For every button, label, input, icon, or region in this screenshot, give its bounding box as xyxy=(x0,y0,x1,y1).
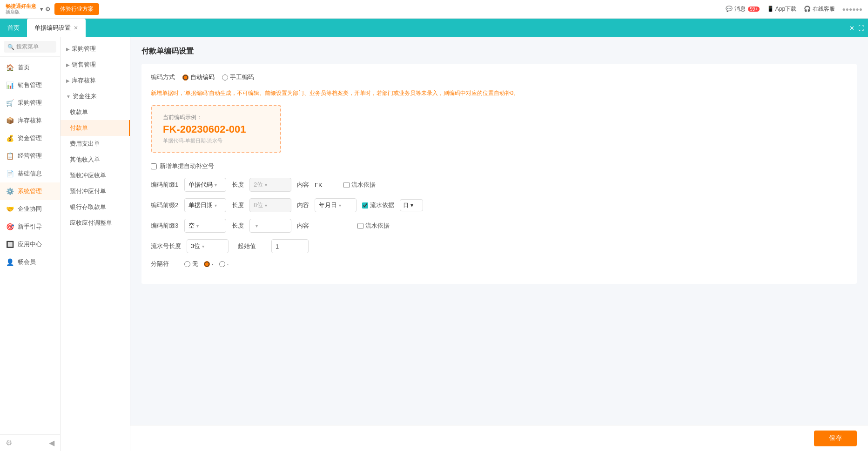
sub-nav-item-bank[interactable]: 银行存取款单 xyxy=(61,199,130,215)
nav-item-basic[interactable]: 📄 基础信息 xyxy=(0,165,60,182)
sub-nav-group-sales-title[interactable]: ▶ 销售管理 xyxy=(61,57,130,73)
prefix-select-3[interactable]: 空 ▾ xyxy=(184,219,226,233)
tab-minimize-icon[interactable]: ✕ xyxy=(849,25,855,32)
length-label-1: 长度 xyxy=(232,181,244,189)
chevron-right-icon: ▶ xyxy=(66,47,70,52)
save-button[interactable]: 保存 xyxy=(814,431,857,446)
separator-none-radio[interactable] xyxy=(184,261,190,267)
nav-item-member[interactable]: 👤 畅会员 xyxy=(0,253,60,271)
nav-item-enterprise[interactable]: 🤝 企业协同 xyxy=(0,200,60,218)
sub-nav-item-receipt[interactable]: 收款单 xyxy=(61,104,130,120)
sub-nav-group-finance-title[interactable]: ▼ 资金往来 xyxy=(61,88,130,104)
main-layout: 🔍 搜索菜单 🏠 首页 📊 销售管理 🛒 采购管理 📦 库存核算 💰 xyxy=(0,37,868,451)
sub-nav-group-purchase-title[interactable]: ▶ 采购管理 xyxy=(61,41,130,57)
home-icon: 🏠 xyxy=(6,64,14,71)
content-select-2[interactable]: 年月日 ▾ xyxy=(315,198,357,212)
online-service[interactable]: 🎧 在线客服 xyxy=(804,5,834,13)
industry-btn[interactable]: 体验行业方案 xyxy=(54,3,99,15)
user-info[interactable]: ●●●●●● xyxy=(842,6,863,13)
prefix-row-3: 编码前缀3 空 ▾ 长度 ▾ 内容 流水依据 xyxy=(151,219,848,233)
auto-encode-option[interactable]: 自动编码 xyxy=(182,73,215,81)
chevron-down-icon: ▼ xyxy=(66,94,71,99)
sub-nav-item-pre-pay[interactable]: 预付冲应付单 xyxy=(61,183,130,199)
separator-dot-option[interactable]: · xyxy=(204,261,214,268)
sub-nav-item-adjust[interactable]: 应收应付调整单 xyxy=(61,215,130,231)
chevron-down-icon-2c: ▾ xyxy=(339,203,341,208)
sub-nav-item-other-income[interactable]: 其他收入单 xyxy=(61,152,130,168)
auto-fill-row: 新增单据自动补空号 xyxy=(151,162,848,170)
search-menu-section: 🔍 搜索菜单 xyxy=(0,37,60,57)
auto-fill-checkbox[interactable] xyxy=(151,163,157,169)
nav-item-appcenter[interactable]: 🔲 应用中心 xyxy=(0,236,60,253)
left-nav-bottom: ⚙ ◀ xyxy=(0,434,60,451)
basic-icon: 📄 xyxy=(6,170,14,177)
serial-length-select[interactable]: 3位 ▾ xyxy=(187,239,229,253)
tab-bar-actions: ✕ ⛶ xyxy=(849,25,868,32)
sub-nav-group-inventory-title[interactable]: ▶ 库存核算 xyxy=(61,73,130,88)
sub-nav-item-payment[interactable]: 付款单 xyxy=(61,120,130,136)
serial-check-input-2[interactable] xyxy=(362,202,368,209)
separator-none-option[interactable]: 无 xyxy=(184,260,198,268)
preview-box: 当前编码示例： FK-20230602-001 单据代码-单据日期-流水号 xyxy=(151,105,281,153)
content-value-3 xyxy=(315,226,352,226)
settings-icon[interactable]: ⚙ xyxy=(45,6,51,13)
prefix-select-1[interactable]: 单据代码 ▾ xyxy=(184,178,226,192)
tab-home[interactable]: 首页 xyxy=(0,19,27,37)
serial-check-input-1[interactable] xyxy=(343,182,350,188)
serial-check-input-3[interactable] xyxy=(357,223,363,229)
serial-sub-select-2[interactable]: 日 ▾ xyxy=(400,199,423,211)
member-icon: 👤 xyxy=(6,258,14,266)
manual-encode-option[interactable]: 手工编码 xyxy=(222,73,254,81)
preview-desc: 单据代码-单据日期-流水号 xyxy=(163,137,269,144)
separator-row: 分隔符 无 · · xyxy=(151,260,848,268)
preview-code: FK-20230602-001 xyxy=(163,123,269,135)
serial-checkbox-2: 流水依据 xyxy=(362,201,394,209)
nav-item-finance[interactable]: 💰 资金管理 xyxy=(0,129,60,147)
sub-nav-item-expense[interactable]: 费用支出单 xyxy=(61,136,130,152)
prefix-label-3: 编码前缀3 xyxy=(151,222,179,230)
tab-close-icon[interactable]: ✕ xyxy=(74,25,78,31)
start-value-input[interactable] xyxy=(271,239,309,253)
prefix-select-2[interactable]: 单据日期 ▾ xyxy=(184,198,226,212)
tab-encode-settings[interactable]: 单据编码设置 ✕ xyxy=(27,19,86,37)
appcenter-icon: 🔲 xyxy=(6,241,14,248)
search-icon: 🔍 xyxy=(7,44,14,50)
serial-number-row: 流水号长度 3位 ▾ 起始值 xyxy=(151,239,848,253)
nav-item-newbie[interactable]: 🎯 新手引导 xyxy=(0,218,60,236)
sub-nav-group-purchase: ▶ 采购管理 xyxy=(61,41,130,57)
nav-collapse-icon[interactable]: ◀ xyxy=(49,438,54,447)
separator-dot2-option[interactable]: · xyxy=(219,261,229,268)
nav-item-home[interactable]: 🏠 首页 xyxy=(0,59,60,76)
tab-expand-icon[interactable]: ⛶ xyxy=(858,25,864,32)
sub-nav-item-pre-receive[interactable]: 预收冲应收单 xyxy=(61,168,130,183)
sub-nav-group-inventory: ▶ 库存核算 xyxy=(61,73,130,88)
app-download[interactable]: 📱 App下载 xyxy=(767,5,796,13)
length-select-3[interactable]: ▾ xyxy=(249,219,291,233)
chevron-down-icon-1: ▾ xyxy=(215,182,217,188)
start-value-label: 起始值 xyxy=(238,242,266,250)
auto-encode-radio[interactable] xyxy=(182,74,188,81)
separator-dot2-radio[interactable] xyxy=(219,261,225,267)
radio-group: 自动编码 手工编码 xyxy=(182,73,254,81)
content-value-1: FK xyxy=(315,182,338,188)
dropdown-arrow[interactable]: ▾ xyxy=(40,6,43,13)
nav-item-inventory[interactable]: 📦 库存核算 xyxy=(0,112,60,129)
chevron-down-icon-3: ▾ xyxy=(196,223,199,229)
message-icon[interactable]: 💬 消息 99+ xyxy=(726,5,760,13)
nav-item-sales[interactable]: 📊 销售管理 xyxy=(0,76,60,94)
manual-encode-radio[interactable] xyxy=(222,74,228,81)
nav-item-operation[interactable]: 📋 经营管理 xyxy=(0,147,60,165)
sub-nav: ▶ 采购管理 ▶ 销售管理 ▶ 库存核算 ▼ 资金往来 收款单 付款单 费用支出… xyxy=(61,37,130,451)
nav-item-purchase[interactable]: 🛒 采购管理 xyxy=(0,94,60,112)
separator-dot-radio[interactable] xyxy=(204,261,210,267)
nav-settings-icon[interactable]: ⚙ xyxy=(6,438,12,447)
chevron-down-icon-1b: ▾ xyxy=(265,182,267,188)
inventory-icon: 📦 xyxy=(6,117,14,124)
tab-bar: 首页 单据编码设置 ✕ ✕ ⛶ xyxy=(0,19,868,37)
encode-method-row: 编码方式 自动编码 手工编码 xyxy=(151,73,848,81)
nav-item-system[interactable]: ⚙️ 系统管理 xyxy=(0,182,60,200)
length-label-3: 长度 xyxy=(232,222,244,230)
operation-icon: 📋 xyxy=(6,152,14,160)
search-menu-btn[interactable]: 🔍 搜索菜单 xyxy=(4,41,56,53)
serial-checkbox-1: 流水依据 xyxy=(343,181,376,189)
